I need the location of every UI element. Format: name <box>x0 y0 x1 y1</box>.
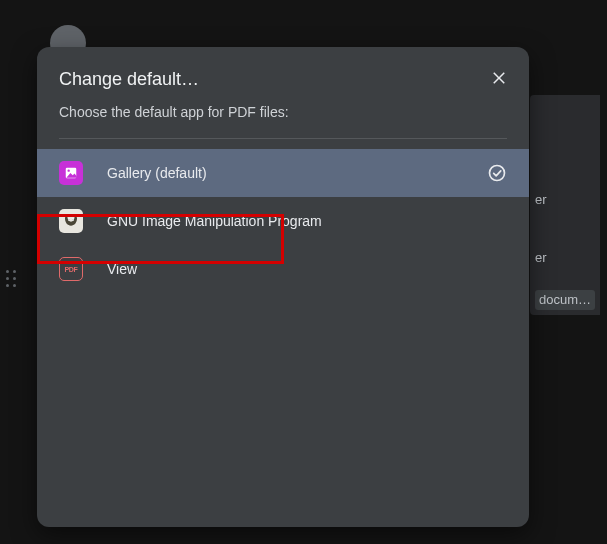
background-text-3: docum… <box>535 290 595 310</box>
svg-point-5 <box>69 219 70 220</box>
svg-point-1 <box>68 170 70 172</box>
svg-point-6 <box>73 219 74 220</box>
background-text-1: er <box>535 192 600 212</box>
app-option-gimp[interactable]: GNU Image Manipulation Program <box>37 197 529 245</box>
app-option-label: View <box>107 261 507 277</box>
gallery-icon <box>59 161 83 185</box>
gimp-icon <box>59 209 83 233</box>
pdf-icon: PDF <box>59 257 83 281</box>
app-option-view[interactable]: PDF View <box>37 245 529 293</box>
pdf-badge-text: PDF <box>64 266 77 273</box>
selected-check-icon <box>487 163 507 183</box>
app-option-label: GNU Image Manipulation Program <box>107 213 507 229</box>
app-option-label: Gallery (default) <box>107 165 487 181</box>
app-list: Gallery (default) GNU Image Manipulation… <box>37 139 529 293</box>
dialog-header: Change default… <box>37 47 529 90</box>
close-button[interactable] <box>483 61 515 93</box>
app-option-gallery[interactable]: Gallery (default) <box>37 149 529 197</box>
change-default-dialog: Change default… Choose the default app f… <box>37 47 529 527</box>
dialog-subtitle: Choose the default app for PDF files: <box>37 90 529 138</box>
drag-handle-icon[interactable] <box>6 270 16 288</box>
svg-point-2 <box>490 166 505 181</box>
close-icon <box>490 68 508 86</box>
background-text-2: er <box>535 250 600 270</box>
dialog-title: Change default… <box>59 69 439 90</box>
